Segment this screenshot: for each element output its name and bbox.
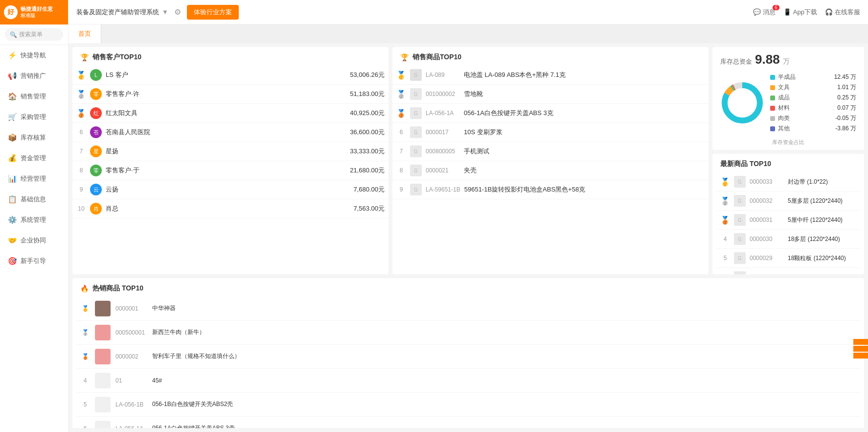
new-name-1: 封边带 (1.0*22)	[788, 178, 856, 186]
new-products-panel: 最新商品 TOP10 🥇 G 0000033 封边带 (1.0*22) 🥈	[712, 154, 864, 274]
hot-item-1: 🥇 0000001 中华神器	[76, 297, 860, 321]
product-name-3: 056-1A白色按键开关盖ABS 3克	[464, 109, 705, 118]
legend-value-5: -3.86 万	[832, 124, 856, 133]
new-medal-3: 🥉	[720, 216, 730, 225]
hot-name-6: 056-1A白色按键开关盖ABS 3壳	[152, 424, 856, 428]
app-download-btn[interactable]: 📱 App下载	[783, 8, 817, 17]
product-name-5: 手机测试	[464, 147, 705, 156]
hot-item-3: 🥉 0000002 智利车子里（规格不知道填什么）	[76, 345, 860, 369]
sidebar-item-finance[interactable]: 💰 资金管理	[0, 148, 68, 168]
customer-name-4: 苍南县人民医院	[106, 128, 346, 137]
avatar-6: 零	[90, 165, 102, 176]
app-edition: 标准版	[21, 12, 53, 19]
new-products-header: 最新商品 TOP10	[712, 154, 864, 172]
product-rank-num-6: 8	[396, 167, 406, 174]
settings-icon[interactable]: ⚙	[174, 7, 181, 17]
dropdown-arrow[interactable]: ▼	[162, 8, 168, 16]
hot-name-3: 智利车子里（规格不知道填什么）	[152, 352, 856, 360]
tab-home[interactable]: 首页	[69, 24, 101, 43]
customer-rank-8: 10 肖 肖总 7,563.00元	[72, 199, 388, 218]
new-products-list: 🥇 G 0000033 封边带 (1.0*22) 🥈 G 0000032 5厘多…	[712, 172, 864, 274]
sidebar-item-enterprise[interactable]: 🤝 企业协同	[0, 230, 68, 251]
inventory-legend: 半成品 12.45 万 文具 1.01 万	[770, 72, 856, 134]
legend-label-3: 材料	[778, 104, 829, 112]
trial-btn[interactable]: 体验行业方案	[187, 5, 239, 20]
hot-code-6: LA-056-1A	[115, 425, 147, 428]
marketing-icon: 📢	[8, 72, 17, 80]
customer-ranking-list: 🥇 L LS 客户 53,006.26元 🥈 零 零售客户·许 51,183.0…	[72, 66, 388, 274]
float-btn-live[interactable]: 直播	[853, 353, 868, 359]
sidebar-search-area[interactable]: 🔍 搜索菜单	[0, 24, 68, 45]
customer-rank-3: 🥉 红 红太阳文具 40,925.00元	[72, 104, 388, 123]
customer-name-8: 肖总	[106, 204, 349, 213]
sidebar-nav: ⚡ 快捷导航 📢 营销推广 🏠 销售管理 🛒 采购管理 📦 库存核算 💰 资金管…	[0, 45, 68, 432]
product-rank-3: 🥉 G LA-056-1A 056-1A白色按键开关盖ABS 3克	[392, 104, 708, 123]
sidebar-item-quicknav[interactable]: ⚡ 快捷导航	[0, 45, 68, 66]
search-menu-btn[interactable]: 🔍 搜索菜单	[5, 28, 63, 41]
system-icon: ⚙️	[8, 216, 17, 224]
customer-rank-4: 6 苍 苍南县人民医院 36,600.00元	[72, 123, 388, 142]
legend-item-5: 其他 -3.86 万	[770, 123, 856, 134]
avatar-2: 零	[90, 88, 102, 100]
new-thumb-5: G	[734, 252, 746, 264]
inventory-header: 库存总资金 9.88 万	[712, 47, 864, 69]
sidebar-item-sales[interactable]: 🏠 销售管理	[0, 86, 68, 107]
marketing-label: 营销推广	[21, 72, 46, 80]
page-tabs: 首页	[69, 24, 868, 43]
product-ranking-panel: 🏆 销售商品TOP10 🥇 G LA-089 电池盖 LA-089 ABS本色+…	[392, 47, 708, 274]
product-trophy-icon: 🏆	[400, 53, 409, 61]
new-code-4: 0000030	[750, 236, 784, 242]
product-rank-num-4: 6	[396, 129, 406, 136]
float-btn-community[interactable]: 服务社区	[853, 346, 868, 352]
product-name-1: 电池盖 LA-089 ABS本色+黑种 7.1克	[464, 71, 705, 79]
hot-code-4: 01	[115, 377, 147, 384]
legend-item-3: 材料 0.07 万	[770, 103, 856, 113]
hot-products-panel: 🔥 热销商品 TOP10 🥇 0000001 中华神器 🥈 000500001	[72, 278, 864, 428]
main-area: 装备及固定资产辅助管理系统 ▼ ⚙ 体验行业方案 💬 消息 6 📱 App下载 …	[69, 0, 868, 432]
hot-item-4: 4 01 45#	[76, 369, 860, 393]
rank-num-8: 10	[76, 205, 86, 212]
product-code-4: 0000017	[426, 129, 460, 136]
headset-icon: 🎧	[825, 8, 833, 16]
sidebar-item-inventory[interactable]: 📦 库存核算	[0, 127, 68, 148]
sidebar-item-purchase[interactable]: 🛒 采购管理	[0, 107, 68, 127]
float-btn-service[interactable]: 客服热线	[853, 339, 868, 345]
sales-icon: 🏠	[8, 92, 17, 101]
product-thumb-7: G	[410, 184, 422, 195]
hot-item-2: 🥈 000500001 新西兰牛肉（新牛）	[76, 321, 860, 345]
new-thumb-1: G	[734, 176, 746, 188]
search-icon: 🔍	[10, 31, 17, 38]
sidebar-item-system[interactable]: ⚙️ 系统管理	[0, 210, 68, 230]
hot-img-5	[95, 397, 111, 412]
new-product-2: 🥈 G 0000032 5厘多层 (1220*2440)	[716, 192, 860, 211]
sidebar-item-operations[interactable]: 📊 经营管理	[0, 168, 68, 189]
sidebar-item-basics[interactable]: 📋 基础信息	[0, 189, 68, 210]
sidebar-item-guide[interactable]: 🎯 新手引导	[0, 251, 68, 271]
sidebar-item-marketing[interactable]: 📢 营销推广	[0, 66, 68, 86]
rank-num-7: 9	[76, 186, 86, 193]
new-thumb-2: G	[734, 195, 746, 207]
legend-item-4: 肉类 -0.05 万	[770, 113, 856, 123]
customer-name-1: LS 客户	[106, 71, 346, 79]
hot-rank-num-6: 6	[80, 425, 90, 428]
finance-label: 资金管理	[21, 154, 46, 163]
product-thumb-6: G	[410, 165, 422, 176]
customer-value-7: 7,680.00元	[353, 185, 385, 194]
customer-value-5: 33,333.00元	[350, 147, 385, 156]
customer-value-1: 53,006.26元	[350, 71, 385, 79]
inventory-chart-area: 半成品 12.45 万 文具 1.01 万	[712, 69, 864, 139]
product-thumb-3: G	[410, 107, 422, 119]
customer-rank-5: 7 星 星扬 33,333.00元	[72, 142, 388, 161]
new-code-2: 0000032	[750, 197, 784, 204]
product-medal-3: 🥉	[396, 109, 406, 118]
product-rank-6: 8 G 0000021 夹壳	[392, 161, 708, 180]
legend-value-4: -0.05 万	[832, 114, 856, 122]
online-service-btn[interactable]: 🎧 在线客服	[825, 8, 860, 17]
product-rank-num-7: 9	[396, 186, 406, 193]
new-rank-6: 6	[720, 274, 730, 274]
hot-code-5: LA-056-1B	[115, 401, 147, 408]
app-logo: 好 畅捷通好生意 标准版	[0, 0, 68, 24]
hot-item-5: 5 LA-056-1B 056-1B白色按键开关壳ABS2壳	[76, 393, 860, 417]
message-btn[interactable]: 💬 消息 6	[753, 8, 776, 17]
product-rank-1: 🥇 G LA-089 电池盖 LA-089 ABS本色+黑种 7.1克	[392, 66, 708, 85]
